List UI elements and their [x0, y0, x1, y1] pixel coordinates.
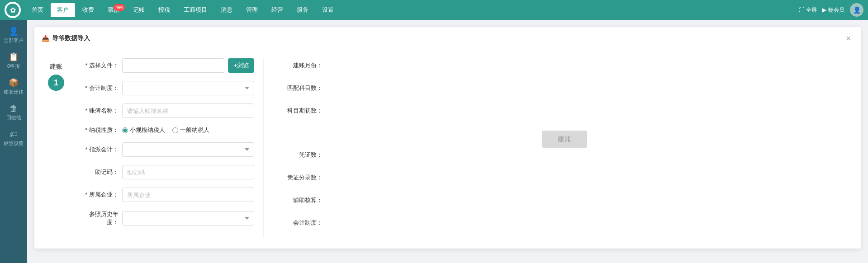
tax-type-label: * 纳税性质：: [82, 126, 119, 134]
accountant-select[interactable]: [122, 142, 254, 157]
tax-general[interactable]: 一般纳税人: [172, 126, 209, 134]
memo-row: 助记码：: [82, 165, 254, 179]
step-circle: 1: [48, 75, 64, 91]
nav-right: ⛶ 全屏 ▶ 畅会员 👤: [799, 3, 863, 17]
ledger-name-input[interactable]: [122, 103, 254, 118]
trash-icon: 🗑: [9, 104, 18, 113]
form-section-left: * 选择文件： +浏览 * 会计制度：: [82, 58, 254, 238]
nav-operation[interactable]: 经营: [265, 3, 289, 17]
tax-type-row: * 纳税性质： 小规模纳税人 一般纳税人: [82, 126, 254, 134]
logo[interactable]: ✿: [5, 2, 21, 18]
fullscreen-btn[interactable]: ⛶ 全屏: [799, 6, 817, 14]
company-row: * 所属企业：: [82, 188, 254, 202]
ledger-name-label: * 账簿名称：: [82, 107, 119, 115]
company-label: * 所属企业：: [82, 191, 119, 199]
memo-input[interactable]: [122, 165, 254, 179]
member-icon: ▶: [822, 7, 826, 13]
info-accounting-system2-row: 会计制度：: [282, 216, 847, 230]
history-label: 参照历史年度：: [82, 210, 119, 226]
nav-service[interactable]: 服务: [290, 3, 315, 17]
history-row: 参照历史年度：: [82, 210, 254, 226]
main-layout: 👤 全部客户 📋 0申报 📦 账套迁移 🗑 回收站 🏷 标签设置 📥 导爷: [0, 20, 868, 263]
sidebar-item-zero-declare[interactable]: 📋 0申报: [0, 49, 27, 73]
dialog-header: 📥 导爷数据导入 ×: [34, 27, 861, 49]
tax-radio-group: 小规模纳税人 一般纳税人: [122, 126, 209, 134]
company-input[interactable]: [122, 188, 254, 202]
nav-bookkeeping[interactable]: 记账: [127, 3, 151, 17]
sidebar-item-trash[interactable]: 🗑 回收站: [0, 101, 27, 125]
sidebar-item-migrate[interactable]: 📦 账套迁移: [0, 75, 27, 99]
dialog-title-icon: 📥: [42, 35, 49, 42]
content-area: 📥 导爷数据导入 × 建账 1 * 选择文件：: [27, 20, 868, 263]
new-badge: new: [114, 4, 125, 11]
avatar-icon: 👤: [853, 6, 861, 14]
fullscreen-icon: ⛶: [799, 7, 804, 13]
close-button[interactable]: ×: [843, 33, 854, 43]
info-voucher-records-label: 凭证分录数：: [282, 174, 323, 182]
nav-message[interactable]: 消息: [214, 3, 239, 17]
member-btn[interactable]: ▶ 畅会员: [822, 6, 844, 14]
sidebar-item-all-customers[interactable]: 👤 全部客户: [0, 23, 27, 47]
nav-manage[interactable]: 管理: [240, 3, 264, 17]
info-period-row: 科目期初数：: [282, 103, 847, 118]
avatar[interactable]: 👤: [850, 3, 863, 17]
build-button[interactable]: 建账: [542, 131, 587, 148]
nav-settings[interactable]: 设置: [316, 3, 340, 17]
file-label: * 选择文件：: [82, 61, 119, 70]
accounting-system-row: * 会计制度：: [82, 81, 254, 95]
dialog-title: 📥 导爷数据导入: [42, 34, 90, 42]
sidebar-label-migrate: 账套迁移: [4, 89, 24, 95]
logo-icon: ✿: [6, 4, 19, 16]
dialog-card: 📥 导爷数据导入 × 建账 1 * 选择文件：: [34, 27, 861, 249]
memo-label: 助记码：: [82, 168, 119, 176]
info-auxiliary-row: 辅助核算：: [282, 193, 847, 207]
tax-general-radio[interactable]: [172, 127, 178, 133]
sidebar-label-all-customers: 全部客户: [4, 37, 24, 44]
sidebar-label-trash: 回收站: [6, 114, 21, 121]
build-btn-area: 建账: [282, 126, 847, 148]
info-voucher-label: 凭证数：: [282, 151, 323, 159]
sidebar: 👤 全部客户 📋 0申报 📦 账套迁移 🗑 回收站 🏷 标签设置: [0, 20, 27, 263]
accounting-system-select[interactable]: [122, 81, 254, 95]
nav-invoice[interactable]: 票据 new: [101, 3, 126, 17]
tags-icon: 🏷: [9, 130, 18, 138]
info-month-label: 建账月份：: [282, 61, 323, 70]
sidebar-label-zero-declare: 0申报: [7, 63, 20, 70]
all-customers-icon: 👤: [9, 27, 19, 35]
nav-fee[interactable]: 收费: [76, 3, 100, 17]
dialog-title-text: 导爷数据导入: [52, 34, 90, 42]
info-match-row: 匹配科目数：: [282, 81, 847, 95]
accountant-label: * 指派会计：: [82, 146, 119, 154]
top-navigation: ✿ 首页 客户 收费 票据 new 记账 报税 工商项目 消息 管理 经营 服务…: [0, 0, 868, 20]
fullscreen-label: 全屏: [806, 6, 817, 14]
accountant-row: * 指派会计：: [82, 142, 254, 157]
info-accounting-system2-label: 会计制度：: [282, 219, 323, 227]
tax-general-label: 一般纳税人: [180, 126, 209, 134]
tax-small-radio[interactable]: [122, 127, 128, 133]
nav-customer[interactable]: 客户: [51, 3, 75, 17]
zero-declare-icon: 📋: [9, 53, 19, 61]
info-period-label: 科目期初数：: [282, 107, 323, 115]
dialog-body: 建账 1 * 选择文件： +浏览 * 会计制度：: [34, 49, 861, 247]
info-match-label: 匹配科目数：: [282, 84, 323, 92]
form-section-right: 建账月份： 匹配科目数： 科目期初数： 建账: [263, 58, 847, 238]
nav-home[interactable]: 首页: [25, 3, 50, 17]
info-voucher-row: 凭证数：: [282, 148, 847, 162]
info-month-row: 建账月份：: [282, 58, 847, 73]
member-label: 畅会员: [828, 6, 844, 14]
migrate-icon: 📦: [9, 79, 19, 87]
accounting-system-label: * 会计制度：: [82, 84, 119, 92]
sidebar-item-tags[interactable]: 🏷 标签设置: [0, 127, 27, 150]
info-voucher-records-row: 凭证分录数：: [282, 170, 847, 185]
history-select[interactable]: [122, 211, 254, 225]
nav-tax[interactable]: 报税: [152, 3, 176, 17]
tax-small-scale[interactable]: 小规模纳税人: [122, 126, 165, 134]
file-input[interactable]: [122, 58, 225, 73]
nav-business[interactable]: 工商项目: [177, 3, 213, 17]
sidebar-label-tags: 标签设置: [4, 140, 24, 147]
info-auxiliary-label: 辅助核算：: [282, 196, 323, 204]
step-label: 建账: [50, 63, 62, 71]
file-input-group: +浏览: [122, 58, 254, 73]
tax-small-label: 小规模纳税人: [130, 126, 165, 134]
browse-button[interactable]: +浏览: [228, 58, 254, 73]
